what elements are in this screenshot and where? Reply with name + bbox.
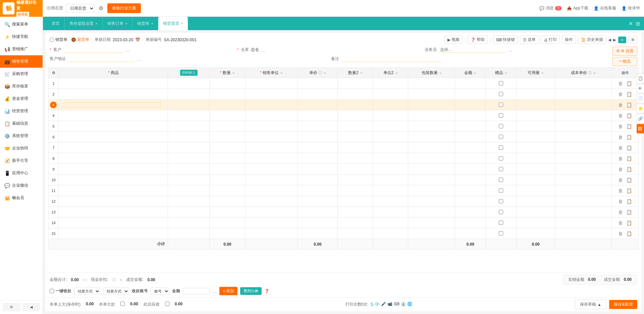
user-profile-btn[interactable]: 👤 徐泽华 — [622, 5, 640, 11]
row9-copy-icon[interactable]: 📋 — [625, 166, 633, 172]
view-list-btn[interactable]: ≡ — [618, 37, 626, 43]
sidebar-item-shortcuts[interactable]: ⚡ 快捷导航 — [0, 30, 43, 43]
gift-sort-icon[interactable]: ⇅ — [505, 72, 507, 75]
row3-product-input[interactable] — [65, 102, 161, 108]
row3-gift-checkbox[interactable] — [499, 103, 503, 107]
fee-distribution-btn[interactable]: 费用分摊 — [240, 287, 262, 295]
row3-pkg[interactable] — [408, 100, 455, 110]
sidebar-item-purchase[interactable]: 🛒 采购管理 — [0, 68, 43, 80]
save-draft-button[interactable]: 保存草稿 ▲ — [575, 300, 606, 309]
th-settings[interactable]: ⚙ — [49, 68, 59, 78]
row14-gift-checkbox[interactable] — [499, 221, 503, 225]
cost-sort-icon[interactable]: ⇅ — [593, 72, 596, 75]
row1-pkg[interactable] — [408, 78, 455, 89]
sidebar-item-member[interactable]: 👑 畅会员 — [0, 192, 43, 204]
row4-copy-icon[interactable]: 📋 — [625, 113, 633, 119]
row6-delete-icon[interactable]: 🗑 — [617, 134, 624, 140]
sidebar-item-guide[interactable]: 🧭 新手引导 — [0, 154, 43, 167]
tab-sales-order[interactable]: 销售订单 × — [103, 17, 132, 30]
row2-gift[interactable] — [486, 89, 516, 100]
discount-info-icon[interactable]: ⓘ — [112, 277, 116, 282]
row1-gift[interactable] — [486, 78, 516, 89]
row9-delete-icon[interactable]: 🗑 — [617, 166, 624, 172]
row2-gift-checkbox[interactable] — [499, 92, 503, 96]
sidebar-item-apps[interactable]: 📱 应用中心 — [0, 167, 43, 179]
row13-gift-checkbox[interactable] — [499, 210, 503, 214]
sidebar-item-finance[interactable]: 💰 资金管理 — [0, 92, 43, 105]
bank-account-select[interactable]: 账号 — [151, 288, 169, 295]
row3-available[interactable] — [516, 100, 555, 110]
row3-unit[interactable] — [245, 100, 298, 110]
radio-sales-input[interactable] — [50, 38, 54, 42]
row3-cost[interactable] — [555, 100, 612, 110]
remark-input[interactable] — [341, 56, 442, 62]
edge-btn-4[interactable]: ⭐ — [637, 104, 644, 113]
row5-gift-checkbox[interactable] — [499, 124, 503, 128]
row13-copy-icon[interactable]: 📋 — [625, 209, 633, 215]
row5-delete-icon[interactable]: 🗑 — [617, 123, 624, 129]
row11-gift-checkbox[interactable] — [499, 188, 503, 193]
row6-gift-checkbox[interactable] — [499, 135, 503, 139]
row2-cost[interactable] — [555, 89, 612, 100]
radio-return[interactable]: 退货单 — [71, 37, 89, 43]
row2-price[interactable] — [298, 89, 338, 100]
add-row-button[interactable]: + — [50, 102, 57, 108]
credit-checkbox[interactable] — [120, 302, 125, 307]
row1-gift-checkbox[interactable] — [499, 81, 503, 85]
messages-btn[interactable]: 💬 消息 70 — [539, 5, 561, 11]
print-btn[interactable]: 🖨 打印 — [541, 36, 560, 44]
row1-available[interactable] — [516, 78, 555, 89]
sidebar-item-marketing[interactable]: 📢 营销推广 — [0, 43, 43, 55]
qty-sort-icon[interactable]: ⇅ — [232, 72, 235, 75]
row8-delete-icon[interactable]: 🗑 — [617, 155, 624, 162]
edge-btn-5[interactable]: 🔗 — [637, 114, 644, 123]
row1-quantity[interactable] — [209, 78, 245, 89]
cost-info-icon[interactable]: ⓘ — [588, 71, 592, 75]
radio-sales[interactable]: 销货单 — [50, 37, 67, 43]
row2-amount[interactable] — [455, 89, 486, 100]
history-btn[interactable]: 📜 历史单据 — [578, 36, 606, 44]
row9-gift-checkbox[interactable] — [499, 167, 503, 171]
row1-product[interactable] — [59, 78, 168, 89]
add-payment-btn[interactable]: + 添加 — [219, 287, 237, 295]
row3-gift[interactable] — [486, 100, 516, 110]
row1-unit[interactable] — [245, 78, 298, 89]
tab-home[interactable]: 首页 — [47, 17, 65, 30]
row1-amount[interactable] — [455, 78, 486, 89]
row4-gift-checkbox[interactable] — [499, 113, 503, 118]
edge-btn-3[interactable]: 📄 — [637, 94, 644, 103]
row4-delete-icon[interactable]: 🗑 — [617, 113, 624, 119]
tab-sales-return[interactable]: 销货退货 × — [158, 17, 188, 30]
row2-copy-icon[interactable]: 📋 — [625, 91, 633, 97]
calc-method-select[interactable]: 结算方式 — [74, 288, 100, 295]
row2-unit2[interactable] — [373, 89, 408, 100]
nav-next-icon[interactable]: ▶ — [613, 38, 616, 42]
row8-gift-checkbox[interactable] — [499, 156, 503, 161]
tab-maximize-icon[interactable]: ⊞ — [636, 20, 640, 27]
available-sort-icon[interactable]: ⇅ — [541, 72, 544, 75]
sidebar-item-enterprise[interactable]: 🤝 企业协同 — [0, 142, 43, 154]
online-service-btn[interactable]: 👤 在线客服 — [594, 5, 616, 11]
row5-copy-icon[interactable]: 📋 — [625, 123, 633, 129]
qty2-sort-icon[interactable]: ⇅ — [360, 72, 363, 75]
sidebar-collapse-btn[interactable]: ◀ — [22, 303, 40, 311]
sidebar-settings-btn[interactable]: ⚙ — [3, 303, 20, 311]
row1-qty2[interactable] — [338, 78, 373, 89]
tab-sales-delivery[interactable]: 销货单 × — [132, 17, 158, 30]
tab-sales-return-close[interactable]: × — [181, 22, 183, 25]
warehouse-select-icon[interactable]: ... — [261, 47, 265, 53]
edge-btn-2[interactable]: 👁 — [637, 84, 644, 93]
address-input[interactable] — [68, 56, 135, 62]
industry-select[interactable]: 日用百货 — [66, 4, 95, 13]
row12-delete-icon[interactable]: 🗑 — [617, 198, 624, 204]
select-btn[interactable]: ☰ 选单 — [520, 36, 539, 44]
view-grid-btn[interactable]: ⊞ — [628, 36, 637, 43]
address-select-icon[interactable]: ... — [137, 56, 141, 62]
topbar-settings-icon[interactable]: ⚙ — [97, 4, 105, 13]
row2-qty2[interactable] — [338, 89, 373, 100]
payment-amount-input[interactable] — [183, 288, 210, 295]
sidebar-item-wechat[interactable]: 💬 企业微信 — [0, 179, 43, 192]
pkg-sort-icon[interactable]: ⇅ — [439, 72, 442, 75]
row15-copy-icon[interactable]: 📋 — [625, 231, 633, 237]
row10-delete-icon[interactable]: 🗑 — [617, 177, 624, 183]
